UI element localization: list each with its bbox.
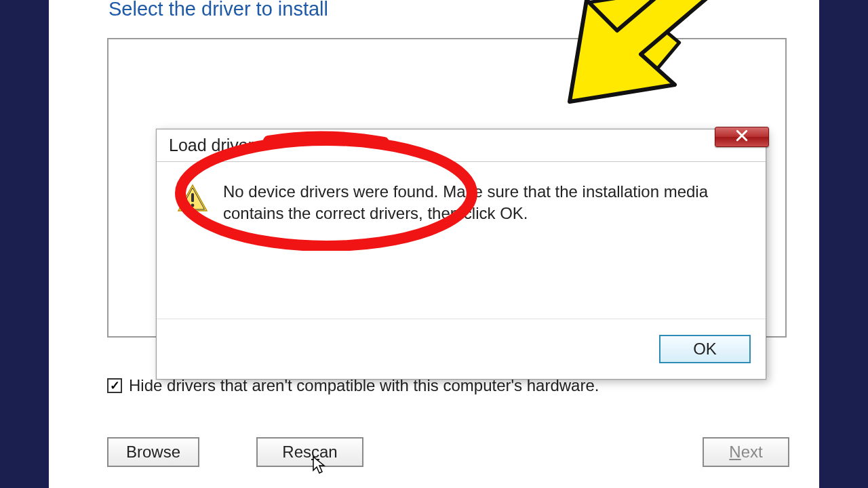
rescan-button-label: Rescan — [282, 443, 337, 462]
dialog-title: Load driver — [169, 136, 254, 155]
load-driver-dialog: Load driver No device drivers were found… — [156, 129, 766, 380]
rescan-button[interactable]: Rescan — [256, 437, 363, 467]
dialog-footer: OK — [157, 319, 766, 379]
ok-button[interactable]: OK — [659, 335, 751, 363]
next-button-label: Next — [729, 443, 762, 462]
svg-rect-0 — [191, 193, 194, 202]
next-button[interactable]: Next — [703, 437, 789, 467]
page-title: Select the driver to install — [108, 0, 328, 20]
hide-drivers-checkbox[interactable]: ✓ — [107, 378, 122, 393]
dialog-titlebar: Load driver — [157, 129, 766, 162]
svg-point-1 — [191, 204, 195, 207]
browse-button[interactable]: Browse — [107, 437, 199, 467]
dialog-message: No device drivers were found. Make sure … — [223, 181, 745, 319]
ok-button-label: OK — [693, 340, 717, 359]
warning-icon — [177, 184, 208, 212]
browse-button-label: Browse — [126, 443, 180, 462]
close-icon — [736, 129, 748, 144]
dialog-body: No device drivers were found. Make sure … — [157, 162, 766, 319]
close-button[interactable] — [715, 127, 769, 147]
